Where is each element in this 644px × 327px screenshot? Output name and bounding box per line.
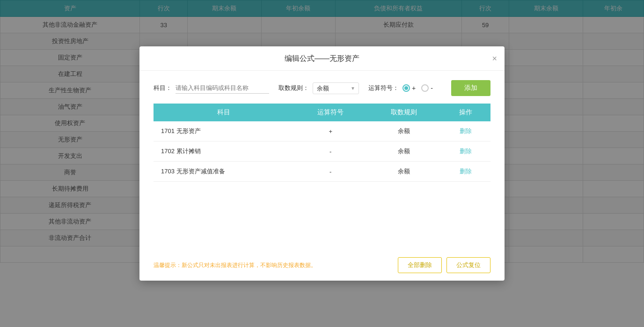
- operator-label: 运算符号：: [368, 84, 399, 92]
- delete-row-link[interactable]: 删除: [460, 148, 472, 155]
- delete-row-link[interactable]: 删除: [460, 127, 472, 134]
- modal-dialog: 编辑公式——无形资产 × 科目： 取数规则： 余额借方发生额贷方发生额 ▼: [139, 46, 505, 281]
- radio-label: -: [431, 84, 433, 92]
- radio-item[interactable]: +: [402, 84, 416, 92]
- modal-table-th: 运算符号: [294, 104, 367, 121]
- rule-select-wrapper: 余额借方发生额贷方发生额 ▼: [313, 82, 359, 94]
- modal-overlay: 编辑公式——无形资产 × 科目： 取数规则： 余额借方发生额贷方发生额 ▼: [0, 0, 644, 327]
- rule-label: 取数规则：: [278, 84, 309, 92]
- footer-buttons: 全部删除 公式复位: [398, 257, 490, 273]
- table-row: 1703 无形资产减值准备-余额删除: [154, 162, 490, 182]
- radio-item[interactable]: -: [421, 84, 433, 92]
- modal-form: 科目： 取数规则： 余额借方发生额贷方发生额 ▼ 运算符号： +- 添加: [139, 71, 505, 104]
- radio-unchecked-icon: [421, 84, 429, 92]
- radio-label: +: [412, 84, 416, 92]
- table-row: 1702 累计摊销-余额删除: [154, 141, 490, 162]
- formula-table-wrapper: 科目运算符号取数规则操作 1701 无形资产+余额删除1702 累计摊销-余额删…: [139, 104, 505, 250]
- modal-footer: 温馨提示：新公式只对未出报表进行计算，不影响历史报表数据。 全部删除 公式复位: [139, 250, 505, 281]
- subject-label: 科目：: [154, 84, 172, 92]
- delete-all-button[interactable]: 全部删除: [398, 257, 442, 273]
- modal-table-th: 操作: [440, 104, 490, 121]
- modal-header: 编辑公式——无形资产 ×: [139, 46, 505, 71]
- modal-table-th: 科目: [154, 104, 294, 121]
- reset-formula-button[interactable]: 公式复位: [446, 257, 490, 273]
- add-button[interactable]: 添加: [451, 80, 490, 96]
- modal-close-button[interactable]: ×: [492, 54, 497, 63]
- operator-radio-group: +-: [402, 84, 433, 92]
- footer-hint: 温馨提示：新公式只对未出报表进行计算，不影响历史报表数据。: [154, 261, 316, 269]
- modal-title: 编辑公式——无形资产: [285, 54, 359, 62]
- table-row: 1701 无形资产+余额删除: [154, 121, 490, 141]
- radio-checked-icon: [402, 84, 410, 92]
- formula-table: 科目运算符号取数规则操作 1701 无形资产+余额删除1702 累计摊销-余额删…: [154, 104, 490, 182]
- modal-table-th: 取数规则: [367, 104, 441, 121]
- operator-group: 运算符号： +-: [368, 84, 433, 92]
- subject-input[interactable]: [176, 82, 269, 94]
- rule-group: 取数规则： 余额借方发生额贷方发生额 ▼: [278, 82, 359, 94]
- delete-row-link[interactable]: 删除: [460, 168, 472, 175]
- rule-select[interactable]: 余额借方发生额贷方发生额: [313, 82, 359, 94]
- page-wrapper: 资产行次期末余额年初余额负债和所有者权益行次期末余额年初余 其他非流动金融资产3…: [0, 0, 644, 327]
- subject-group: 科目：: [154, 82, 269, 94]
